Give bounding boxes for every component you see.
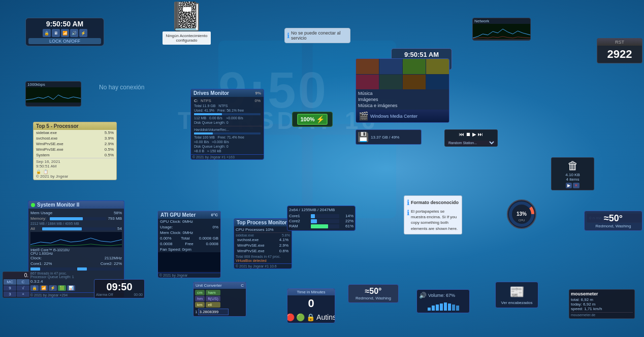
- calc-3[interactable]: 3: [4, 291, 16, 297]
- core1-bar-fill: [311, 214, 315, 218]
- lock-icon-2[interactable]: 🖥: [52, 29, 60, 37]
- tpm-row-2: WmiPrvSE.exe 2.9%: [236, 243, 290, 248]
- time-min-stop[interactable]: 🔴: [287, 313, 295, 321]
- ram-val: 61%: [341, 224, 353, 228]
- tpm-col-cpu: 5.8%: [282, 233, 290, 237]
- sysmon-core2-bar: [77, 267, 122, 271]
- disk-queue-2: Disk Queue Length: 0: [192, 144, 262, 149]
- unit-from-3: km: [195, 302, 205, 308]
- media-music[interactable]: Música: [358, 90, 447, 96]
- sysmon-cores-row: Core1: 22% Core2: 22%: [30, 261, 122, 266]
- ram-bar: [311, 224, 339, 228]
- gpu-mem-free-val: 0.0008: [160, 242, 172, 246]
- unit-converter-widget: Unit Converter C cm hm km ham ft(US) ell…: [193, 282, 246, 317]
- clock-center-widget: 09:50 Alarma Off 00:00: [94, 279, 145, 298]
- audio-prev[interactable]: ⏮: [459, 131, 464, 137]
- mouse-title: mousemeter: [571, 291, 633, 296]
- tpm-title: Top Process Monitor: [234, 219, 292, 226]
- top5-icon-2[interactable]: 📋: [43, 170, 48, 174]
- lock-icon-4[interactable]: 🔊: [70, 29, 78, 37]
- sysmon-clock-label: Clock:: [30, 256, 42, 260]
- battery-bar: 100% ⚡: [297, 114, 328, 125]
- sysmon-icon-2[interactable]: 📶: [40, 285, 48, 291]
- drives-widget: Drives Monitor 9% C: NTFS 0% Total 11.9 …: [190, 89, 264, 160]
- audio-stop[interactable]: ⏹: [466, 131, 471, 137]
- info-icon: ℹ: [287, 31, 289, 40]
- net-topright-label: Network: [473, 18, 530, 24]
- lock-icon-1[interactable]: 🔒: [43, 29, 51, 37]
- top5-proc-1-cpu: 5.5%: [105, 130, 114, 135]
- lock-icon-3[interactable]: 📶: [61, 29, 69, 37]
- calc-sqrt[interactable]: √: [17, 285, 29, 291]
- drive-c-io: 112 MB 0.00 B/s ≈0.000 B/s: [192, 116, 262, 120]
- gpu-mem-clock-row: Mem Clock: 0MHz: [158, 230, 220, 235]
- audio-next[interactable]: ⏭: [478, 131, 483, 137]
- sysmon-mem-bar-fill: [50, 217, 83, 220]
- drive-hd-io: ≈0.00 B/s ≈0.000 B/s: [192, 140, 262, 144]
- recycle-size: 4.10 KB: [553, 173, 592, 177]
- recycle-btn-2[interactable]: ✕: [573, 183, 579, 188]
- vol-bar-1: [428, 308, 431, 311]
- audio-station-select[interactable]: Random Station...: [446, 141, 496, 145]
- time-min-label[interactable]: Autins: [316, 313, 335, 321]
- gpu-mem-clock: Mem Clock: 0MHz: [160, 230, 193, 235]
- calc-c[interactable]: C: [17, 279, 29, 285]
- calc-plus[interactable]: +: [17, 291, 29, 297]
- sysmon-status-dot: [31, 203, 35, 207]
- recycle-btn-1[interactable]: ▶: [566, 183, 572, 188]
- recycle-bin-widget: 🗑 4.10 KB 4 items ▶ ✕: [551, 157, 594, 190]
- weather-bottom-temp: ≈50°: [350, 287, 396, 296]
- time-min-lock[interactable]: 🔒: [306, 313, 315, 321]
- unit-value-input[interactable]: [198, 309, 229, 315]
- top5-proc-3-cpu: 2.9%: [105, 142, 114, 146]
- mouse-total: total: 6,92 m: [571, 297, 633, 302]
- weather-temp: ≈50°: [587, 213, 640, 224]
- top5-icon-1[interactable]: 🔒: [36, 170, 41, 174]
- audio-select-row: Random Station...: [445, 139, 497, 146]
- vol-bar-8: [456, 306, 459, 311]
- unit-to-1: ham: [206, 290, 220, 295]
- recycle-icon: 🗑: [553, 159, 592, 173]
- lock-icons: 🔒 🖥 📶 🔊 ⚡: [28, 29, 101, 37]
- lock-icon-5[interactable]: ⚡: [79, 29, 87, 37]
- top5-title: Top 5 - Processor: [34, 122, 116, 130]
- calc-widget: 0. MC C 9 √ 3 +: [3, 272, 30, 298]
- drive-hd-label: HarddiskVolumeRec...: [192, 127, 262, 132]
- mouse-widget: mousemeter total: 6,92 m today: 6,92 m s…: [569, 289, 635, 319]
- core1-label: Core1: [289, 214, 309, 218]
- tpm-col-headers: sidebar.exe 5.8%: [236, 233, 290, 237]
- cpu-gauge-container: 13% CPU: [505, 198, 538, 231]
- hdd-widget: 💾 13.37 GB / 49%: [356, 129, 422, 145]
- calc-mc[interactable]: MC: [4, 279, 16, 285]
- unit-from-col: cm hm km: [195, 290, 205, 308]
- sysmon-core1: Core1: 22%: [30, 261, 52, 266]
- hdd-row: 💾 13.37 GB / 49%: [358, 131, 420, 143]
- sysmon-mem-bar-label: Memory:: [30, 216, 48, 221]
- time-min-title: Time in Minutes: [287, 289, 335, 295]
- disk-queue: Disk Queue Length: 0: [192, 120, 262, 125]
- media-photo-8: [426, 75, 449, 90]
- unit-content: cm hm km ham ft(US) ell 1: [194, 289, 246, 316]
- core2-bar: [311, 219, 339, 223]
- media-images[interactable]: Imágenes: [358, 96, 447, 103]
- drive-c-bar-fill: [194, 113, 222, 115]
- media-music-images[interactable]: Música e imágenes: [358, 103, 447, 109]
- svg-text:13%: 13%: [517, 211, 527, 217]
- volume-icon: 🔊: [419, 292, 427, 299]
- notepad-icon: 📓: [163, 3, 211, 30]
- sysmon-icon-3[interactable]: ⚡: [49, 285, 57, 291]
- top5-row-2: svchost.exe 3.9%: [34, 136, 116, 141]
- audio-play[interactable]: ▶: [472, 131, 476, 137]
- tpm-widget: Top Process Monitor CPU Processes 10% si…: [234, 218, 292, 269]
- battery-percent: 100%: [300, 116, 314, 122]
- sysmon-icon-4[interactable]: 🟩: [58, 285, 66, 291]
- notepad-text: Ningún Acontecimiento configurado: [163, 31, 211, 45]
- sysmon-icon-5[interactable]: 📊: [67, 285, 75, 291]
- lock-label[interactable]: LOCK ON/OFF: [28, 38, 101, 44]
- time-min-play[interactable]: 🟢: [296, 313, 305, 321]
- tpm-p3-cpu: 2.9%: [279, 243, 288, 248]
- sysmon-icon-1[interactable]: 🔒: [30, 285, 39, 291]
- calc-9[interactable]: 9: [4, 285, 16, 291]
- sysmon-title: System Monitor II: [28, 201, 124, 209]
- media-photo-2: [379, 59, 402, 74]
